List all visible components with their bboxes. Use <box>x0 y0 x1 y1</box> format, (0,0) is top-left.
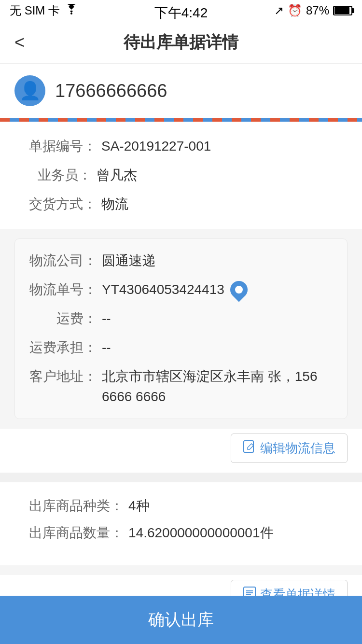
customer-section: 👤 17666666666 <box>0 64 362 118</box>
order-no-value: SA-20191227-001 <box>101 136 333 156</box>
logistics-tracking-row: 物流单号： YT43064053424413 <box>29 280 333 300</box>
salesman-row: 业务员： 曾凡杰 <box>29 165 333 185</box>
logistics-freight-label: 运费： <box>29 308 97 329</box>
status-left: 无 SIM 卡 <box>10 3 78 18</box>
edit-icon <box>243 440 256 457</box>
logistics-freight-bear-label: 运费承担： <box>29 337 97 358</box>
section-divider <box>0 473 362 482</box>
carrier-text: 无 SIM 卡 <box>10 3 60 18</box>
goods-section: 出库商品种类： 4种 出库商品数量： 14.620000000000001件 <box>0 482 362 565</box>
avatar: 👤 <box>14 75 45 106</box>
salesman-value: 曾凡杰 <box>97 165 333 185</box>
logistics-address-label: 客户地址： <box>29 366 97 387</box>
user-icon: 👤 <box>19 81 41 101</box>
logistics-address-value: 北京市市辖区海淀区永丰南 张，156 6666 6666 <box>102 366 333 407</box>
battery-percent: 87% <box>306 4 329 17</box>
logistics-card: 物流公司： 圆通速递 物流单号： YT43064053424413 运费： --… <box>14 238 348 419</box>
goods-quantity-row: 出库商品数量： 14.620000000000001件 <box>29 524 333 542</box>
logistics-tracking-value: YT43064053424413 <box>102 280 333 300</box>
status-time: 下午4:42 <box>154 4 208 22</box>
logistics-freight-bear-row: 运费承担： -- <box>29 337 333 358</box>
alarm-icon: ⏰ <box>288 4 302 17</box>
wifi-icon <box>65 4 78 17</box>
status-right: ↗ ⏰ 87% <box>274 4 352 17</box>
goods-type-label: 出库商品种类： <box>29 497 124 515</box>
location-icon: ↗ <box>274 4 284 17</box>
logistics-address-row: 客户地址： 北京市市辖区海淀区永丰南 张，156 6666 6666 <box>29 366 333 407</box>
logistics-freight-bear-value: -- <box>102 337 333 358</box>
logistics-freight-row: 运费： -- <box>29 308 333 329</box>
order-no-label: 单据编号： <box>29 136 97 156</box>
edit-btn-row: 编辑物流信息 <box>0 429 362 473</box>
logistics-company-label: 物流公司： <box>29 251 97 271</box>
edit-logistics-button[interactable]: 编辑物流信息 <box>231 434 348 463</box>
goods-type-value: 4种 <box>128 497 150 515</box>
logistics-company-row: 物流公司： 圆通速递 <box>29 251 333 271</box>
confirm-button[interactable]: 确认出库 <box>0 596 362 644</box>
goods-type-row: 出库商品种类： 4种 <box>29 497 333 515</box>
edit-logistics-label: 编辑物流信息 <box>260 440 335 457</box>
logistics-tracking-label: 物流单号： <box>29 280 97 300</box>
dashed-divider <box>0 118 362 122</box>
confirm-label: 确认出库 <box>148 609 214 631</box>
delivery-value: 物流 <box>101 194 333 214</box>
nav-bar: < 待出库单据详情 <box>0 21 362 64</box>
goods-quantity-label: 出库商品数量： <box>29 524 124 542</box>
salesman-label: 业务员： <box>29 165 92 185</box>
delivery-row: 交货方式： 物流 <box>29 194 333 214</box>
customer-phone: 17666666666 <box>55 81 167 101</box>
status-bar: 无 SIM 卡 下午4:42 ↗ ⏰ 87% <box>0 0 362 21</box>
order-info-section: 单据编号： SA-20191227-001 业务员： 曾凡杰 交货方式： 物流 <box>0 122 362 229</box>
delivery-label: 交货方式： <box>29 194 97 214</box>
page-title: 待出库单据详情 <box>124 31 238 54</box>
location-pin-icon[interactable] <box>226 278 251 302</box>
order-no-row: 单据编号： SA-20191227-001 <box>29 136 333 156</box>
battery-icon <box>333 6 352 15</box>
back-button[interactable]: < <box>14 32 25 53</box>
svg-point-0 <box>70 13 72 14</box>
goods-quantity-value: 14.620000000000001件 <box>128 524 274 542</box>
logistics-freight-value: -- <box>102 308 333 329</box>
logistics-company-value: 圆通速递 <box>102 251 333 271</box>
